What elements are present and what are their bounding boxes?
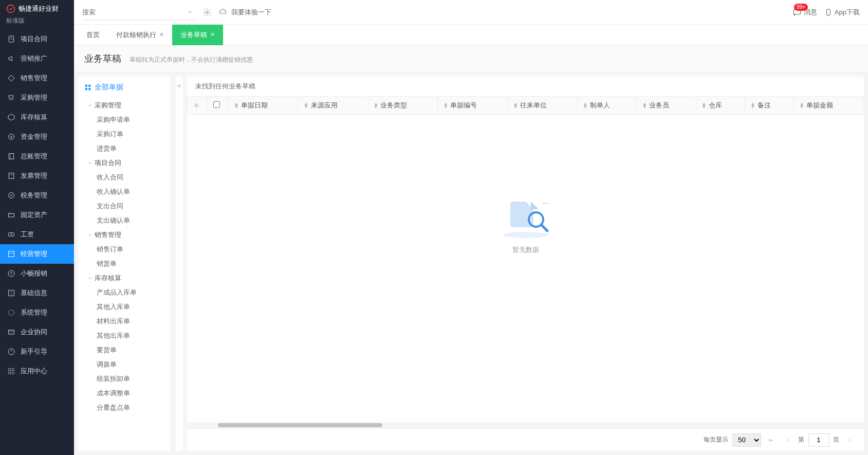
tree-group[interactable]: 销售管理 [78,228,171,242]
svg-rect-13 [9,213,14,217]
contract-icon [7,35,15,43]
tab[interactable]: 业务草稿✕ [172,25,223,45]
per-page-select[interactable]: 50 [732,433,761,447]
column-header[interactable]: ▲▼单据日期 [229,97,299,115]
select-all-checkbox[interactable] [208,97,229,115]
column-header[interactable]: ▲▼制单人 [577,97,636,115]
tree-item[interactable]: 采购订单 [78,127,171,141]
messages-link[interactable]: 99+ 消息 [792,8,817,17]
app-download-link[interactable]: App下载 [824,8,860,17]
nav-item-asset[interactable]: 固定资产 [0,205,74,225]
sort-icon[interactable]: ▲▼ [513,102,518,108]
nav-item-guide[interactable]: 新手引导 [0,342,74,361]
tree-item[interactable]: 进货单 [78,141,171,156]
nav-item-expense[interactable]: 小畅报销 [0,264,74,283]
svg-point-30 [206,11,209,13]
page-number-input[interactable] [808,433,829,447]
nav-item-box[interactable]: 库存核算 [0,107,74,127]
nav-item-label: 工资 [21,230,34,239]
nav-item-megaphone[interactable]: 营销推广 [0,49,74,68]
tree-item[interactable]: 组装拆卸单 [78,372,171,386]
tree-item[interactable]: 收入合同 [78,170,171,185]
tree-item[interactable]: 成本调整单 [78,386,171,401]
tree-group[interactable]: 库存核算 [78,271,171,285]
column-label: 业务员 [649,101,669,110]
nav-item-info[interactable]: 基础信息 [0,283,74,303]
svg-point-33 [828,14,828,14]
nav-item-coin[interactable]: ¥资金管理 [0,127,74,147]
first-page-button[interactable]: ⇤ [765,434,778,446]
nav-item-system[interactable]: 系统管理 [0,303,74,322]
column-header[interactable]: ▲▼仓库 [696,97,745,115]
nav-item-label: 总账管理 [21,152,47,161]
collapse-handle[interactable] [175,77,183,451]
column-header[interactable]: ▲▼业务类型 [368,97,438,115]
checkbox[interactable] [213,101,220,108]
tree-item[interactable]: 产成品入库单 [78,285,171,300]
column-header[interactable]: ▲▼单据金额 [794,97,864,115]
close-icon[interactable]: ✕ [159,31,164,38]
tree-item[interactable]: 收入确认单 [78,185,171,199]
column-header[interactable]: ▲▼业务员 [637,97,696,115]
sort-icon[interactable]: ▲▼ [234,102,239,108]
close-icon[interactable]: ✕ [210,31,215,38]
sort-icon[interactable]: ▲▼ [799,102,804,108]
svg-text:¥: ¥ [10,135,12,139]
tab[interactable]: 首页 [78,25,108,45]
tree-header[interactable]: 全部单据 [78,77,171,98]
column-header[interactable]: ▲▼往来单位 [508,97,578,115]
sort-icon[interactable]: ▲▼ [304,102,309,108]
tree-group[interactable]: 采购管理 [78,98,171,113]
sort-icon[interactable]: ▲▼ [642,102,647,108]
tree-item[interactable]: 采购申请单 [78,113,171,127]
tree-group[interactable]: 项目合同 [78,156,171,170]
nav-item-label: 资金管理 [21,132,47,141]
sort-icon[interactable]: ▲▼ [374,102,379,108]
sort-icon[interactable]: ▲▼ [583,102,588,108]
try-link[interactable]: 我要体验一下 [219,8,271,17]
sort-icon[interactable]: ▲▼ [750,102,755,108]
column-header[interactable]: ▲▼备注 [745,97,794,115]
nav-item-cart[interactable]: 采购管理 [0,88,74,107]
tree-item[interactable]: 销货单 [78,257,171,271]
asset-icon [7,211,15,219]
search-input[interactable] [82,8,187,16]
settings-gear-icon[interactable] [202,8,212,17]
sort-icon[interactable]: ▲▼ [701,102,707,108]
nav-item-label: 项目合同 [21,34,47,44]
tree-item[interactable]: 其他入库单 [78,300,171,314]
next-page-button[interactable]: › [843,434,856,446]
tree-item[interactable]: 销售订单 [78,242,171,257]
tree-item[interactable]: 其他出库单 [78,329,171,343]
tab[interactable]: 付款核销执行✕ [108,25,172,45]
nav-item-invoice[interactable]: 发票管理 [0,166,74,186]
sort-icon[interactable]: ▲▼ [443,102,448,108]
column-settings[interactable] [188,97,208,115]
svg-rect-36 [85,88,87,90]
ledger-icon [7,152,15,160]
nav-item-label: 固定资产 [21,210,47,220]
nav-item-contract[interactable]: 项目合同 [0,29,74,49]
nav-item-tax[interactable]: 税务管理 [0,186,74,205]
nav-item-tag[interactable]: 销售管理 [0,68,74,88]
column-header[interactable]: ▲▼来源应用 [298,97,368,115]
prev-page-button[interactable]: ‹ [782,434,794,446]
nav-item-manage[interactable]: 经营管理 [0,244,74,264]
tree-item[interactable]: 支出确认单 [78,213,171,228]
tree-item[interactable]: 支出合同 [78,199,171,213]
tree-group-label: 采购管理 [95,101,121,110]
search-box[interactable] [82,5,195,20]
scroll-thumb[interactable] [218,423,382,427]
nav-item-salary[interactable]: 工资 [0,225,74,244]
nav-item-collab[interactable]: 企业协同 [0,322,74,342]
tree-item[interactable]: 调拨单 [78,357,171,372]
column-header[interactable]: ▲▼单据编号 [438,97,508,115]
page-label-suffix: 页 [833,435,839,444]
nav-item-ledger[interactable]: 总账管理 [0,147,74,166]
horizontal-scrollbar[interactable] [187,422,864,428]
tree-item[interactable]: 要货单 [78,343,171,357]
tree-item[interactable]: 分量盘点单 [78,401,171,415]
chevron-down-icon[interactable] [187,9,193,15]
tree-item[interactable]: 材料出库单 [78,314,171,329]
nav-item-apps[interactable]: 应用中心 [0,361,74,381]
